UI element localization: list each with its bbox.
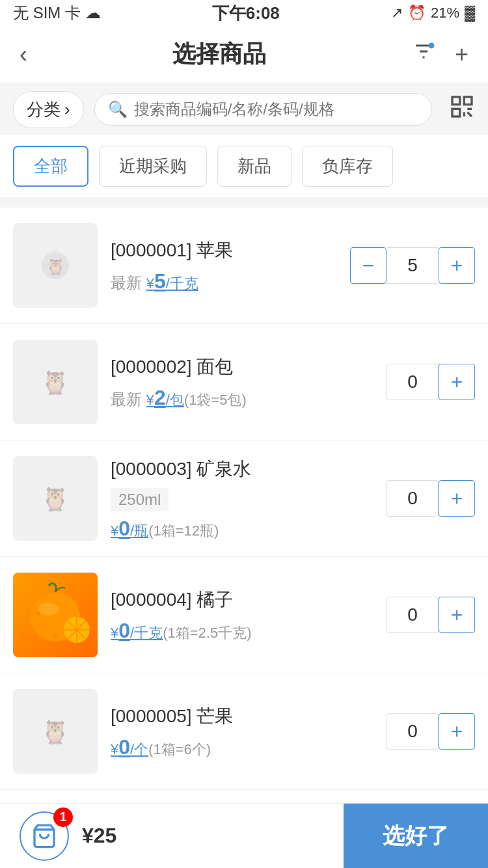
battery-icon: ▓: [465, 5, 475, 21]
svg-point-3: [429, 44, 433, 47]
nav-bar: ‹ 选择商品 +: [0, 26, 488, 83]
category-arrow: ›: [64, 100, 70, 120]
back-button[interactable]: ‹: [20, 41, 27, 68]
category-button[interactable]: 分类 ›: [13, 91, 84, 128]
quantity-control: +: [386, 713, 475, 750]
product-list: 🦉 [0000001] 苹果 最新 ¥5/千克 − + 🦉 [0000002] …: [0, 208, 488, 868]
product-item: [0000004] 橘子 ¥0/千克(1箱=2.5千克) +: [0, 557, 488, 673]
quantity-control: +: [386, 597, 475, 633]
product-image: 🦉: [13, 223, 98, 308]
product-name: [0000005] 芒果: [111, 704, 373, 729]
product-info: [0000001] 苹果 最新 ¥5/千克: [111, 238, 337, 293]
product-name: [0000001] 苹果: [111, 238, 337, 263]
quantity-input[interactable]: [386, 364, 439, 400]
nav-actions: +: [412, 40, 468, 69]
cart-total: ¥25: [82, 824, 116, 848]
cart-badge: 1: [53, 807, 73, 827]
svg-text:🦉: 🦉: [41, 369, 70, 396]
quantity-increase[interactable]: +: [439, 480, 475, 517]
product-info: [0000005] 芒果 ¥0/个(1箱=6个): [111, 704, 373, 759]
quantity-control: − +: [350, 247, 475, 284]
quantity-input[interactable]: [386, 480, 439, 517]
svg-text:🦉: 🦉: [46, 258, 66, 276]
filter-icon[interactable]: [412, 40, 435, 69]
filter-bar: 分类 › 🔍: [0, 83, 488, 135]
product-price: ¥0/个(1箱=6个): [111, 735, 373, 759]
tabs-bar: 全部 近期采购 新品 负库存: [0, 135, 488, 197]
category-label: 分类: [27, 98, 61, 121]
tab-recent[interactable]: 近期采购: [99, 146, 207, 187]
quantity-input[interactable]: [386, 597, 439, 633]
product-item: 🦉 [0000002] 面包 最新 ¥2/包(1袋=5包) +: [0, 324, 488, 441]
tab-all[interactable]: 全部: [13, 146, 88, 187]
svg-text:🦉: 🦉: [41, 485, 70, 513]
svg-line-10: [467, 112, 472, 116]
bottom-bar: 1 ¥25 选好了: [0, 803, 488, 868]
cart-area: 1 ¥25: [0, 811, 136, 861]
search-input[interactable]: [134, 100, 418, 118]
tab-negative[interactable]: 负库存: [302, 146, 393, 187]
svg-rect-4: [452, 97, 460, 105]
cart-icon[interactable]: 1: [20, 811, 69, 861]
search-bar: 🔍: [94, 93, 432, 126]
product-item: 🦉 [0000005] 芒果 ¥0/个(1箱=6个) +: [0, 673, 488, 790]
product-price: 最新 ¥2/包(1袋=5包): [111, 386, 373, 410]
page-title: 选择商品: [172, 38, 266, 70]
status-left: 无 SIM 卡 ☁: [13, 3, 101, 23]
product-info: [0000002] 面包 最新 ¥2/包(1袋=5包): [111, 355, 373, 410]
battery-status: 21%: [431, 5, 459, 21]
svg-rect-6: [452, 109, 460, 116]
quantity-control: +: [386, 480, 475, 517]
svg-point-18: [53, 634, 58, 639]
product-name: [0000003] 矿泉水: [111, 457, 373, 481]
quantity-increase[interactable]: +: [439, 247, 475, 284]
quantity-decrease[interactable]: −: [350, 247, 386, 284]
tab-new[interactable]: 新品: [217, 146, 291, 187]
svg-point-16: [38, 603, 59, 616]
scan-icon[interactable]: [449, 94, 475, 125]
product-info: [0000004] 橘子 ¥0/千克(1箱=2.5千克): [111, 588, 373, 643]
quantity-control: +: [386, 364, 475, 400]
product-item: 🦉 [0000001] 苹果 最新 ¥5/千克 − +: [0, 208, 488, 324]
product-image: 🦉: [13, 340, 98, 424]
product-name: [0000002] 面包: [111, 355, 373, 379]
status-bar: 无 SIM 卡 ☁ 下午6:08 ↗ ⏰ 21% ▓: [0, 0, 488, 26]
search-icon: 🔍: [108, 100, 128, 118]
alarm-icon: ⏰: [408, 5, 426, 21]
status-time: 下午6:08: [212, 2, 280, 25]
svg-rect-5: [464, 97, 472, 105]
product-name: [0000004] 橘子: [111, 588, 373, 612]
network-status: 无 SIM 卡 ☁: [13, 3, 101, 23]
product-price: ¥0/千克(1箱=2.5千克): [111, 619, 373, 643]
quantity-increase[interactable]: +: [439, 597, 475, 633]
product-info: [0000003] 矿泉水 250ml ¥0/瓶(1箱=12瓶): [111, 457, 373, 541]
status-right: ↗ ⏰ 21% ▓: [391, 5, 475, 21]
quantity-increase[interactable]: +: [439, 364, 475, 400]
divider: [0, 197, 488, 208]
quantity-input[interactable]: [386, 713, 439, 750]
product-price: ¥0/瓶(1箱=12瓶): [111, 517, 373, 541]
svg-text:🦉: 🦉: [41, 718, 70, 746]
product-image: 🦉: [13, 456, 98, 541]
product-image: [13, 573, 98, 657]
add-button[interactable]: +: [455, 41, 468, 68]
location-icon: ↗: [391, 5, 403, 21]
quantity-increase[interactable]: +: [439, 713, 475, 750]
product-image: 🦉: [13, 689, 98, 774]
svg-point-17: [36, 611, 40, 615]
confirm-button[interactable]: 选好了: [344, 804, 488, 868]
product-spec: 250ml: [111, 488, 169, 511]
product-price: 最新 ¥5/千克: [111, 269, 337, 293]
quantity-input[interactable]: [386, 247, 439, 284]
product-item: 🦉 [0000003] 矿泉水 250ml ¥0/瓶(1箱=12瓶) +: [0, 441, 488, 557]
